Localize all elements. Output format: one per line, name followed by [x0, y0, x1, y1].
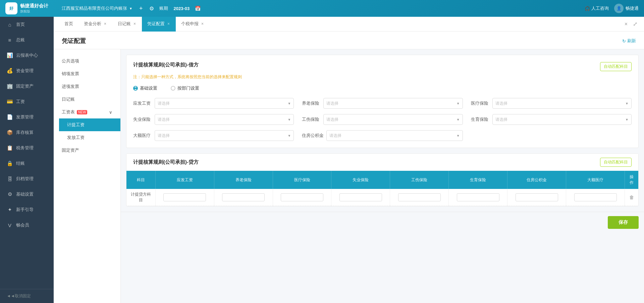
select-unemployment[interactable]: 请选择 ▼ — [155, 114, 294, 125]
auto-match-debit-button[interactable]: 自动匹配科目 — [600, 62, 632, 71]
page-title: 凭证配置 — [62, 37, 86, 45]
new-badge: NEW — [77, 110, 87, 114]
input-pension[interactable] — [222, 193, 264, 201]
sidebar-item-guide[interactable]: ✦ 新手引导 — [0, 202, 54, 217]
input-housing[interactable] — [516, 193, 558, 201]
input-maternity[interactable] — [457, 193, 499, 201]
form-row-maternity: 生育保险 请选择 ▼ — [471, 114, 632, 125]
cell-unemployment-input[interactable] — [331, 189, 390, 206]
cell-major-medical-input[interactable] — [566, 189, 625, 206]
cell-injury-input[interactable] — [390, 189, 449, 206]
sidebar-item-funds[interactable]: 💰 资金管理 — [0, 63, 54, 79]
label-medical: 医疗保险 — [471, 100, 490, 106]
sidebar-item-salary[interactable]: 💳 工资 — [0, 94, 54, 109]
col-housing: 住房公积金 — [507, 171, 566, 189]
radio-group: 基础设置 按部门设置 — [133, 85, 632, 91]
tab-journal[interactable]: 日记账 × — [112, 17, 142, 32]
settings-icon: ⚙ — [7, 191, 13, 197]
select-injury[interactable]: 请选择 ▼ — [323, 114, 463, 125]
cell-maternity-input[interactable] — [449, 189, 507, 206]
dropdown-arrow: ▼ — [287, 102, 291, 105]
tab-fund[interactable]: 资金分析 × — [78, 17, 112, 32]
left-nav-journal[interactable]: 日记账 — [54, 93, 120, 106]
close-tab-button[interactable]: × — [623, 19, 629, 29]
left-nav-calc-salary[interactable]: 计提工资 — [59, 118, 120, 131]
sidebar-item-stock[interactable]: 📦 库存核算 — [0, 125, 54, 140]
left-nav-fixed-assets[interactable]: 固定资产 — [54, 144, 120, 157]
left-nav-fixed-assets-label: 固定资产 — [62, 147, 79, 153]
logo-area: 好 畅捷通好会计 旗舰版 — [5, 2, 59, 14]
company-select[interactable]: 江西服宝精品有限责任公司内账张 ▼ — [62, 5, 132, 11]
form-row-medical: 医疗保险 请选择 ▼ — [471, 98, 632, 109]
service-button[interactable]: 🎧 人工咨询 — [585, 5, 609, 11]
sidebar-item-invoice[interactable]: 📄 发票管理 — [0, 109, 54, 125]
sidebar-item-ledger[interactable]: ≡ 总账 — [0, 32, 54, 48]
user-area[interactable]: 👤 畅捷通 — [614, 4, 639, 13]
input-injury[interactable] — [398, 193, 440, 201]
cell-housing-input[interactable] — [507, 189, 566, 206]
tab-journal-close[interactable]: × — [133, 21, 137, 26]
left-nav-sales[interactable]: 销项发票 — [54, 67, 120, 80]
select-salary[interactable]: 请选择 ▼ — [155, 98, 294, 109]
tab-tax-close[interactable]: × — [201, 21, 204, 26]
sidebar-item-label: 首页 — [16, 21, 25, 28]
select-medical[interactable]: 请选择 ▼ — [492, 98, 632, 109]
cell-salary-input[interactable] — [155, 189, 214, 206]
sidebar-item-close[interactable]: 🔒 结账 — [0, 156, 54, 171]
cancel-pin-button[interactable]: ◄◄取消固定 — [0, 289, 54, 303]
chevron-down-icon: ∨ — [109, 110, 112, 115]
auto-match-credit-button[interactable]: 自动匹配科目 — [600, 158, 632, 167]
gear-icon[interactable]: ⚙ — [149, 5, 154, 12]
cell-action[interactable]: 🗑 — [625, 189, 638, 206]
select-pension[interactable]: 请选择 ▼ — [323, 98, 463, 109]
form-row-salary: 应发工资 请选择 ▼ — [133, 98, 294, 109]
guide-icon: ✦ — [7, 207, 13, 213]
select-housing-fund[interactable]: 请选择 ▼ — [326, 130, 463, 141]
sidebar-item-reports[interactable]: 📊 云报表中心 — [0, 48, 54, 63]
table-header-row: 科目 应发工资 养老保险 医疗保险 失业保险 工伤保险 生育保险 住房公积金 大… — [126, 171, 638, 189]
input-salary[interactable] — [163, 193, 206, 201]
credit-table: 科目 应发工资 养老保险 医疗保险 失业保险 工伤保险 生育保险 住房公积金 大… — [126, 171, 638, 206]
form-row-major-medical: 大额医疗 请选择 ▼ — [133, 130, 294, 141]
calendar-icon[interactable]: 📅 — [195, 6, 201, 11]
top-bar: 好 畅捷通好会计 旗舰版 江西服宝精品有限责任公司内账张 ▼ + ⚙ 账期 20… — [0, 0, 644, 17]
sidebar-item-settings[interactable]: ⚙ 基础设置 — [0, 187, 54, 202]
debit-section-title: 计提核算规则(公司承担)-借方 — [133, 62, 199, 68]
refresh-icon: ↻ — [622, 39, 626, 44]
left-nav-salary-table[interactable]: 工资表 NEW ∨ — [54, 106, 120, 118]
input-unemployment[interactable] — [339, 193, 382, 201]
left-nav-purchase[interactable]: 进项发票 — [54, 80, 120, 93]
sidebar-item-assets[interactable]: 🏢 固定资产 — [0, 79, 54, 94]
tax-icon: 📋 — [7, 145, 13, 151]
dropdown-arrow: ▼ — [457, 102, 460, 105]
label-salary: 应发工资 — [133, 100, 152, 106]
sidebar-item-tax[interactable]: 📋 税务管理 — [0, 140, 54, 156]
select-maternity[interactable]: 请选择 ▼ — [492, 114, 632, 125]
tab-tax[interactable]: 个税申报 × — [176, 17, 210, 32]
tab-voucher-close[interactable]: × — [167, 21, 170, 26]
sidebar-item-vip[interactable]: V 畅会员 — [0, 217, 54, 233]
left-nav-public[interactable]: 公共选项 — [54, 55, 120, 67]
cell-medical-input[interactable] — [273, 189, 331, 206]
input-major-medical[interactable] — [574, 193, 616, 201]
sidebar-item-home[interactable]: ⌂ 首页 — [0, 17, 54, 32]
maximize-button[interactable]: ⤢ — [632, 19, 639, 29]
add-button[interactable]: + — [138, 5, 144, 12]
tab-fund-close[interactable]: × — [103, 21, 107, 26]
period-value: 2023-03 — [173, 6, 190, 11]
select-major-medical[interactable]: 请选择 ▼ — [155, 130, 294, 141]
dropdown-arrow: ▼ — [287, 134, 291, 138]
sidebar-item-archive[interactable]: 🗄 归档管理 — [0, 171, 54, 187]
tab-voucher[interactable]: 凭证配置 × — [142, 17, 176, 32]
left-nav-salary-table-label: 工资表 — [62, 109, 75, 115]
tab-home[interactable]: 首页 — [59, 17, 78, 32]
sidebar-item-label: 固定资产 — [16, 83, 34, 89]
radio-basic[interactable]: 基础设置 — [133, 85, 157, 91]
save-button[interactable]: 保存 — [608, 216, 639, 229]
left-nav-pay-salary[interactable]: 发放工资 — [59, 131, 120, 144]
radio-dept[interactable]: 按部门设置 — [171, 85, 199, 91]
refresh-button[interactable]: ↻ 刷新 — [622, 38, 636, 44]
cell-pension-input[interactable] — [214, 189, 273, 206]
input-medical[interactable] — [281, 193, 323, 201]
delete-row-button[interactable]: 🗑 — [629, 195, 634, 200]
